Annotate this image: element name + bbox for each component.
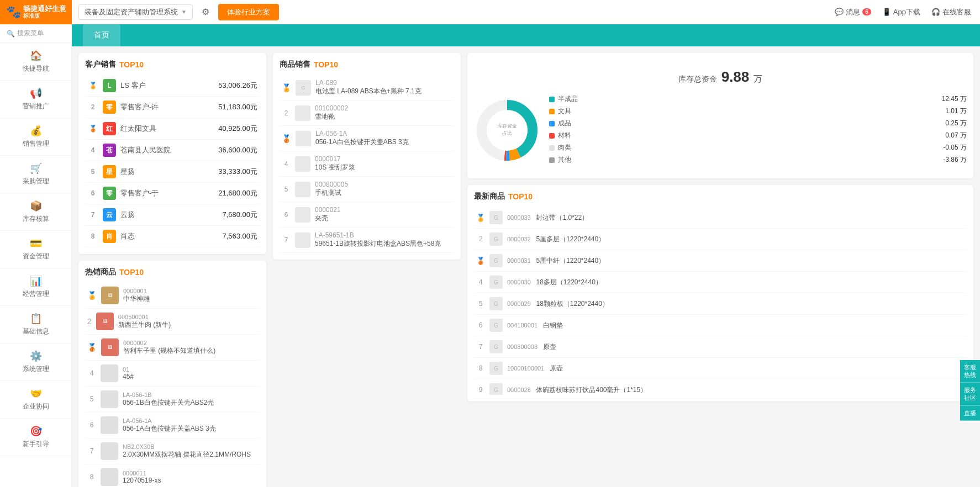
sidebar-item-operations[interactable]: 📊 经营管理	[0, 268, 71, 306]
customer-badge: 云	[103, 208, 116, 221]
list-item: 8 0000011 12070519-xs	[85, 464, 260, 487]
rank-num: 2	[282, 109, 291, 117]
list-item: 5 星 星扬 33,333.00元	[85, 161, 260, 183]
sidebar-item-marketing[interactable]: 📢 营销推广	[0, 81, 71, 118]
rank-num: 2	[476, 235, 485, 243]
customer-badge: 零	[103, 100, 116, 114]
nav-bar: 首页	[72, 24, 980, 46]
product-thumbnail	[296, 131, 311, 146]
product-thumbnail	[295, 207, 310, 223]
sidebar-item-home[interactable]: 🏠 快捷导航	[0, 43, 71, 81]
product-thumbnail: G	[489, 383, 503, 395]
product-sales-list: 🏅 G LA-089 电池盖 LA-089 ABS本色+黑种 7.1克 2 00…	[280, 75, 454, 253]
enterprise-icon: 🤝	[30, 388, 42, 400]
sidebar-search[interactable]: 🔍 搜索菜单	[0, 24, 71, 43]
mid-panel: 商品销售 TOP10 🏅 G LA-089 电池盖 LA-089 ABS本色+黑…	[273, 53, 461, 487]
legend-dot	[549, 97, 555, 102]
product-thumbnail	[295, 105, 310, 121]
list-item: 6 0000021 夹壳	[280, 202, 454, 227]
list-item: 🏅 L LS 客户 53,006.26元	[85, 75, 260, 97]
customer-badge: 肖	[103, 230, 116, 243]
chevron-down-icon: ▼	[181, 9, 187, 15]
content-area: 客户销售 TOP10 🏅 L LS 客户 53,006.26元 2 零 零售客户…	[72, 46, 980, 487]
try-button[interactable]: 体验行业方案	[218, 4, 279, 20]
sidebar-item-newbie[interactable]: 🎯 新手引导	[0, 419, 71, 456]
operations-icon: 📊	[30, 275, 42, 287]
sidebar-item-system[interactable]: ⚙️ 系统管理	[0, 343, 71, 381]
service-community-button[interactable]: 服务社区	[960, 383, 980, 406]
product-thumbnail: 🖼	[101, 338, 119, 356]
home-tab[interactable]: 首页	[83, 24, 120, 46]
rank-num: 5	[87, 395, 96, 403]
sidebar-item-purchase[interactable]: 🛒 采购管理	[0, 156, 71, 193]
rank-num: 🥉	[87, 125, 98, 133]
product-thumbnail: G	[489, 319, 503, 332]
product-thumbnail: G	[296, 80, 311, 96]
sidebar-item-inventory[interactable]: 📦 库存核算	[0, 193, 71, 231]
main-content: 首页 客户销售 TOP10 🏅 L LS 客户 53,006.26元	[72, 24, 980, 487]
rank-num: 🥉	[476, 257, 485, 265]
rank-num: 2	[87, 317, 92, 326]
list-item: 2 001000002 雪地靴	[280, 100, 454, 126]
finance-icon: 💳	[30, 237, 42, 250]
rank-num: 7	[87, 447, 96, 455]
product-thumbnail	[295, 156, 310, 172]
product-thumbnail	[101, 364, 118, 382]
product-sales-card: 商品销售 TOP10 🏅 G LA-089 电池盖 LA-089 ABS本色+黑…	[273, 53, 461, 260]
list-item: 🥉 🖼 0000002 智利车子里 (规格不知道填什么)	[85, 335, 260, 361]
newbie-icon: 🎯	[30, 425, 42, 437]
list-item: 🥉 LA-056-1A 056-1A白色按键开关盖ABS 3克	[280, 126, 454, 151]
list-item: 4 01 45#	[85, 361, 260, 387]
rank-num: 4	[282, 160, 291, 168]
legend-item: 半成品 12.45 万	[549, 94, 967, 104]
rank-num: 6	[282, 211, 291, 219]
product-thumbnail: G	[489, 276, 503, 289]
customer-hotline-button[interactable]: 客服热线	[960, 360, 980, 383]
logo: 🐾 畅捷通好生意 标准版	[0, 0, 72, 24]
rank-num: 6	[87, 421, 96, 429]
sidebar-item-enterprise[interactable]: 🤝 企业协同	[0, 381, 71, 419]
legend-dot	[549, 109, 555, 114]
app-download-button[interactable]: 📱 App下载	[882, 7, 920, 17]
online-service-button[interactable]: 🎧 在线客服	[931, 7, 971, 17]
rank-num: 4	[87, 369, 96, 377]
list-item: 🥉 红 红太阳文具 40,925.00元	[85, 118, 260, 140]
sidebar: 🔍 搜索菜单 🏠 快捷导航 📢 营销推广 💰 销售管理 🛒 采购管理 📦 库存核…	[0, 24, 72, 487]
float-service: 客服热线 服务社区 直播	[960, 360, 980, 421]
legend-item: 成品 0.25 万	[549, 119, 967, 128]
inventory-chart-section: 库存资金 占比 半成品 12.45 万 文具 1.	[474, 90, 967, 172]
rank-medal: 🏅	[476, 214, 485, 222]
list-item: 8 G 10000100001 原壶	[474, 358, 967, 379]
hot-products-list: 🏅 🖼 0000001 中华神雕 2 🖼 000500001 新西兰牛肉 (新牛…	[85, 283, 260, 487]
legend-item: 肉类 -0.05 万	[549, 143, 967, 152]
rank-medal: 🏅	[282, 83, 291, 92]
list-item: 4 G 0000030 18多层（1220*2440）	[474, 272, 967, 293]
list-item: 🏅 G 0000033 封边带（1.0*22）	[474, 207, 967, 229]
list-item: 🏅 🖼 0000001 中华神雕	[85, 283, 260, 309]
sidebar-item-finance[interactable]: 💳 资金管理	[0, 231, 71, 268]
list-item: 7 LA-59651-1B 59651-1B旋转投影灯电池盒ABS黑色+58克	[280, 227, 454, 253]
list-item: 5 000800005 手机测试	[280, 177, 454, 202]
rank-num: 7	[476, 343, 485, 351]
sidebar-item-basic-info[interactable]: 📋 基础信息	[0, 306, 71, 343]
message-button[interactable]: 💬 消息 6	[835, 7, 871, 17]
legend-dot	[549, 121, 555, 126]
list-item: 4 苍 苍南县人民医院 36,600.00元	[85, 140, 260, 161]
settings-icon[interactable]: ⚙	[199, 4, 212, 19]
newest-products-card: 最新商品 TOP10 🏅 G 0000033 封边带（1.0*22） 2	[467, 185, 973, 401]
right-panel: 库存总资金 9.88 万	[467, 53, 973, 487]
customer-badge: 零	[103, 187, 116, 200]
system-selector[interactable]: 装备及固定资产辅助管理系统 ▼	[78, 4, 193, 20]
rank-num: 9	[476, 386, 485, 394]
marketing-icon: 📢	[30, 87, 42, 99]
svg-text:库存资金: 库存资金	[497, 123, 517, 129]
sidebar-item-sales[interactable]: 💰 销售管理	[0, 118, 71, 156]
legend-item: 文具 1.01 万	[549, 107, 967, 116]
rank-num: 7	[282, 236, 291, 244]
list-item: 8 肖 肖态 7,563.00元	[85, 226, 260, 247]
product-thumbnail	[295, 232, 310, 248]
live-stream-button[interactable]: 直播	[960, 406, 980, 421]
top-header: 🐾 畅捷通好生意 标准版 装备及固定资产辅助管理系统 ▼ ⚙ 体验行业方案 💬 …	[0, 0, 980, 24]
rank-num: 🥉	[282, 134, 291, 143]
purchase-icon: 🛒	[30, 162, 42, 174]
